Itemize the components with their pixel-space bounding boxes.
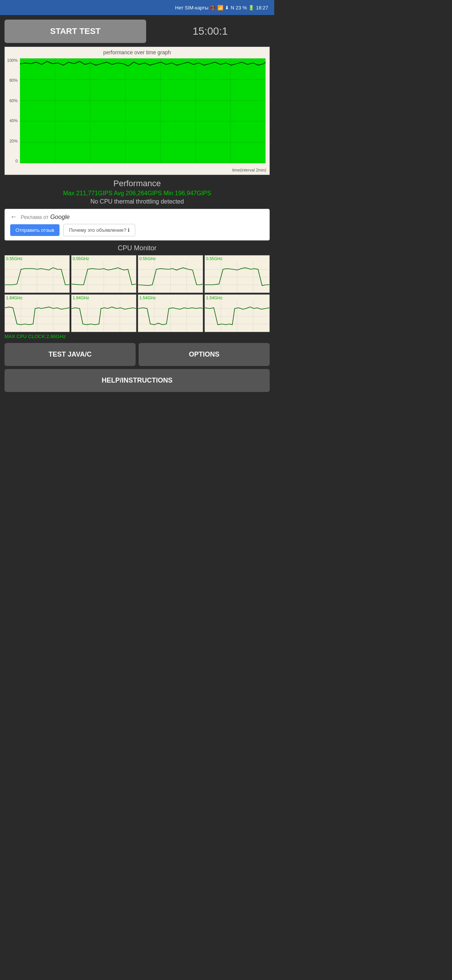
- battery-percent: 23 %: [236, 5, 247, 11]
- cpu-core-2: 0.55GHz: [71, 255, 136, 293]
- grid-v-line: [195, 59, 196, 163]
- cpu-core-5-graph: [5, 301, 69, 332]
- ad-info-icon: ℹ: [128, 227, 130, 233]
- sim-text: Нет SIM-карты: [175, 5, 209, 11]
- bottom-buttons: TEST JAVA/C OPTIONS: [5, 343, 270, 366]
- download-icon: ⬇: [225, 5, 229, 11]
- cpu-core-4: 0.55GHz: [205, 255, 270, 293]
- test-java-button[interactable]: TEST JAVA/C: [5, 343, 136, 366]
- y-label-100: 100%: [7, 59, 18, 62]
- y-labels: 100% 80% 60% 40% 20% 0: [5, 59, 19, 163]
- y-label-80: 80%: [10, 78, 18, 83]
- graph-area: [20, 59, 266, 163]
- cpu-core-4-graph: [205, 262, 269, 293]
- cpu-core-2-graph: [71, 262, 136, 293]
- cpu-core-3-freq: 0.55GHz: [140, 256, 155, 261]
- cpu-core-8-graph: [205, 301, 269, 332]
- clock: 18:27: [256, 5, 268, 11]
- cpu-core-4-freq: 0.55GHz: [206, 256, 222, 261]
- cpu-core-8: 1.54GHz: [205, 294, 270, 332]
- grid-v-line: [160, 59, 161, 163]
- main-content: START TEST 15:00:1 performance over time…: [0, 15, 274, 399]
- cpu-monitor-title: CPU Monitor: [5, 244, 270, 252]
- ad-label: Реклама от: [21, 214, 49, 220]
- grid-line: [20, 163, 266, 163]
- performance-section: Performance Max 211,771GIPS Avg 206,264G…: [5, 179, 270, 205]
- cpu-core-7-graph: [138, 301, 203, 332]
- status-bar: Нет SIM-карты 📵 📶 ⬇ N 23 % 🔋 18:27: [0, 0, 274, 15]
- wifi-icon: 📶: [217, 5, 224, 11]
- y-label-20: 20%: [10, 139, 18, 143]
- ad-why-button[interactable]: Почему это объявление? ℹ: [63, 224, 135, 236]
- performance-graph: performance over time graph 100% 80% 60%…: [5, 47, 270, 175]
- grid-v-line: [125, 59, 125, 163]
- cpu-core-7: 1.54GHz: [138, 294, 203, 332]
- ad-banner-bottom: Отправить отзыв Почему это объявление? ℹ: [10, 224, 264, 236]
- battery-icon: 🔋: [248, 5, 254, 11]
- ad-banner: ← Реклама от Google Отправить отзыв Поче…: [5, 209, 270, 240]
- performance-stats: Max 211,771GIPS Avg 206,264GIPS Min 196,…: [5, 190, 270, 197]
- ad-banner-top: ← Реклама от Google: [10, 213, 264, 221]
- timer-display: 15:00:1: [151, 25, 270, 37]
- grid-v-line: [230, 59, 231, 163]
- cpu-core-5: 1.84GHz: [5, 294, 70, 332]
- cpu-monitor-grid: 0.55GHz 0.55GHz: [5, 255, 270, 332]
- ad-google-brand: Google: [50, 214, 70, 221]
- ad-feedback-button[interactable]: Отправить отзыв: [10, 224, 60, 236]
- cpu-core-1-graph: [5, 262, 69, 293]
- grid-line: [20, 59, 266, 59]
- cpu-core-3: 0.55GHz: [138, 255, 203, 293]
- top-row: START TEST 15:00:1: [5, 20, 270, 43]
- y-label-0: 0: [16, 159, 18, 163]
- cpu-core-5-freq: 1.84GHz: [6, 296, 22, 300]
- y-label-40: 40%: [10, 119, 18, 123]
- cpu-core-7-freq: 1.54GHz: [140, 296, 155, 300]
- cpu-core-6-graph: [71, 301, 136, 332]
- graph-title: performance over time graph: [5, 49, 269, 56]
- performance-note: No CPU thermal throttling detected: [5, 198, 270, 205]
- x-label: time(interval 2min): [232, 168, 266, 172]
- grid-line: [20, 79, 266, 80]
- performance-title: Performance: [5, 179, 270, 188]
- help-instructions-button[interactable]: HELP/INSTRUCTIONS: [5, 369, 270, 392]
- nfc-icon: N: [230, 5, 234, 11]
- graph-grid: [20, 59, 266, 163]
- y-label-60: 60%: [10, 99, 18, 103]
- cpu-core-8-freq: 1.54GHz: [206, 296, 222, 300]
- grid-line: [20, 100, 266, 101]
- start-test-button[interactable]: START TEST: [5, 20, 146, 43]
- cpu-core-2-freq: 0.55GHz: [73, 256, 89, 261]
- max-cpu-clock: MAX CPU CLOCK:2.86GHz: [5, 334, 270, 339]
- ad-why-label: Почему это объявление?: [69, 227, 126, 233]
- cpu-core-3-graph: [138, 262, 203, 293]
- grid-v-line: [90, 59, 90, 163]
- sim-icon: 📵: [210, 5, 216, 11]
- cpu-core-6: 1.84GHz: [71, 294, 136, 332]
- cpu-core-1: 0.55GHz: [5, 255, 70, 293]
- cpu-core-6-freq: 1.84GHz: [73, 296, 89, 300]
- cpu-core-1-freq: 0.55GHz: [6, 256, 22, 261]
- ad-back-arrow-icon[interactable]: ←: [10, 213, 17, 221]
- grid-v-line: [55, 59, 56, 163]
- status-icons: Нет SIM-карты 📵 📶 ⬇ N 23 % 🔋 18:27: [175, 5, 268, 11]
- options-button[interactable]: OPTIONS: [139, 343, 270, 366]
- grid-line: [20, 142, 266, 143]
- grid-line: [20, 121, 266, 121]
